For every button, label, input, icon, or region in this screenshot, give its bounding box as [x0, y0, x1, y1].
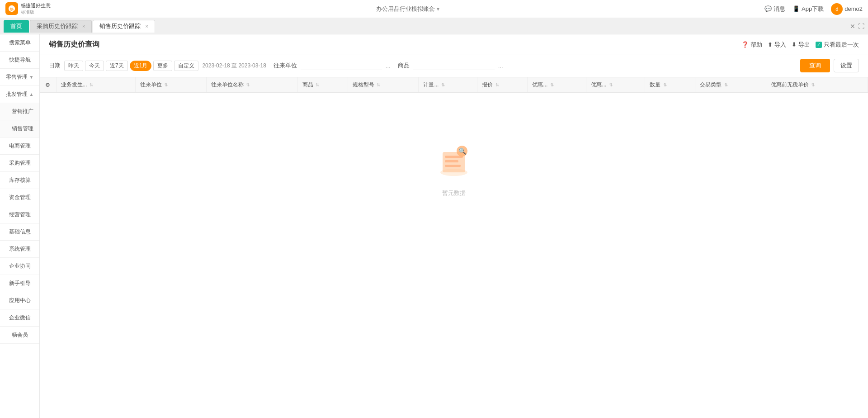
sort-icon-customer-code: ⇅ — [164, 82, 168, 87]
th-unit[interactable]: 计量... ⇅ — [419, 77, 477, 93]
th-biz-date[interactable]: 业务发生... ⇅ — [56, 77, 136, 93]
expand-btn[interactable]: ⛶ — [858, 23, 864, 30]
date-btn-custom[interactable]: 自定义 — [174, 61, 198, 71]
table-container: ⚙ 业务发生... ⇅ 往来单位 ⇅ 往来单位名称 ⇅ — [40, 77, 868, 418]
sidebar-item-purchase[interactable]: 采购管理 — [0, 155, 39, 172]
data-table: ⚙ 业务发生... ⇅ 往来单位 ⇅ 往来单位名称 ⇅ — [40, 77, 868, 93]
date-btn-more[interactable]: 更多 — [153, 61, 172, 71]
sidebar-item-weixin[interactable]: 企业微信 — [0, 309, 39, 327]
user-menu[interactable]: d demo2 — [831, 3, 863, 15]
sidebar-item-wholesale[interactable]: 批发管理 ▲ — [0, 86, 39, 103]
sidebar-item-member[interactable]: 畅会员 — [0, 327, 39, 344]
th-discount2[interactable]: 优惠... ⇅ — [586, 77, 645, 93]
empty-illustration: 🔍 — [431, 138, 476, 184]
sidebar-item-shortcuts[interactable]: 快捷导航 — [0, 52, 39, 69]
sidebar-item-operations[interactable]: 经营管理 — [0, 206, 39, 223]
th-price[interactable]: 报价 ⇅ — [477, 77, 528, 93]
svg-text:畅: 畅 — [10, 7, 14, 11]
logo-text: 畅捷通好生意 — [21, 2, 51, 9]
tab-purchase-history[interactable]: 采购历史价跟踪 × — [30, 20, 92, 33]
checkbox-icon — [816, 42, 822, 48]
sidebar-item-finance[interactable]: 资金管理 — [0, 189, 39, 206]
sidebar-item-sales-mgmt[interactable]: 销售管理 — [0, 120, 39, 138]
th-customer-code[interactable]: 往来单位 ⇅ — [136, 77, 207, 93]
table-header-row: ⚙ 业务发生... ⇅ 往来单位 ⇅ 往来单位名称 ⇅ — [40, 77, 868, 93]
th-qty[interactable]: 数量 ⇅ — [645, 77, 695, 93]
sidebar-wholesale-label: 批发管理 — [6, 90, 28, 98]
th-trade-type[interactable]: 交易类型 ⇅ — [695, 77, 766, 93]
sidebar-item-ecommerce[interactable]: 电商管理 — [0, 138, 39, 155]
tab-sales-history[interactable]: 销售历史价跟踪 × — [93, 20, 155, 33]
sidebar-shortcuts-label: 快捷导航 — [9, 57, 31, 63]
filter-bar: 日期 昨天 今天 近7天 近1月 更多 自定义 2023-02-18 至 202… — [40, 54, 868, 77]
sidebar-item-app-center[interactable]: 应用中心 — [0, 292, 39, 309]
product-filter: 商品 ... — [398, 61, 503, 70]
customer-input[interactable] — [301, 61, 382, 70]
customer-filter: 往来单位 ... — [274, 61, 391, 70]
export-icon: ⬇ — [792, 41, 797, 48]
th-product[interactable]: 商品 ⇅ — [297, 77, 348, 93]
tab-purchase-close[interactable]: × — [82, 24, 85, 29]
date-btn-7days[interactable]: 近7天 — [106, 61, 128, 71]
svg-rect-6 — [445, 165, 461, 167]
close-all-btn[interactable]: ✕ — [850, 23, 855, 30]
sidebar-item-retail[interactable]: 零售管理 ▼ — [0, 69, 39, 86]
sidebar-item-inventory[interactable]: 库存核算 — [0, 172, 39, 189]
product-dots: ... — [498, 62, 503, 69]
download-label: App下载 — [802, 5, 824, 13]
sort-icon-spec: ⇅ — [377, 82, 380, 87]
sidebar-item-guide[interactable]: 新手引导 — [0, 275, 39, 292]
query-button[interactable]: 查询 — [800, 59, 830, 72]
export-label: 导出 — [798, 41, 810, 49]
sidebar-item-collab[interactable]: 企业协同 — [0, 258, 39, 275]
sidebar-item-marketing[interactable]: 营销推广 — [0, 103, 39, 120]
product-input[interactable] — [413, 61, 495, 70]
th-customer-name[interactable]: 往来单位名称 ⇅ — [206, 77, 297, 93]
sort-icon-discount2: ⇅ — [609, 82, 613, 87]
tabbar: 首页 采购历史价跟踪 × 销售历史价跟踪 × ✕ ⛶ — [0, 18, 868, 34]
product-label: 商品 — [398, 62, 410, 70]
message-btn[interactable]: 💬 消息 — [764, 5, 785, 13]
topbar-right: 💬 消息 📱 App下载 d demo2 — [764, 3, 863, 15]
settings-button[interactable]: 设置 — [834, 59, 859, 72]
import-btn[interactable]: ⬆ 导入 — [768, 41, 786, 49]
help-btn[interactable]: ❓ 帮助 — [741, 41, 762, 49]
svg-rect-5 — [445, 160, 458, 162]
th-pre-discount-price[interactable]: 优惠前无税单价 ⇅ — [766, 77, 868, 93]
tab-home[interactable]: 首页 — [4, 20, 29, 33]
tab-sales-close[interactable]: × — [145, 24, 148, 29]
th-spec[interactable]: 规格型号 ⇅ — [348, 77, 419, 93]
tab-home-label: 首页 — [10, 22, 22, 30]
date-range-display: 2023-02-18 至 2023-03-18 — [202, 62, 266, 70]
tabbar-actions: ✕ ⛶ — [850, 23, 864, 30]
download-btn[interactable]: 📱 App下载 — [793, 5, 824, 13]
sidebar-item-system[interactable]: 系统管理 — [0, 241, 39, 258]
th-discount1[interactable]: 优惠... ⇅ — [528, 77, 586, 93]
sidebar-basic-info-label: 基础信息 — [9, 228, 31, 235]
workspace-name: 办公用品行业模拟账套 — [376, 5, 435, 13]
sidebar-item-search[interactable]: 搜索菜单 — [0, 34, 39, 52]
date-btn-yesterday[interactable]: 昨天 — [64, 61, 83, 71]
date-btn-today[interactable]: 今天 — [85, 61, 104, 71]
sidebar-item-basic-info[interactable]: 基础信息 — [0, 223, 39, 241]
export-btn[interactable]: ⬇ 导出 — [792, 41, 810, 49]
last-only-checkbox[interactable]: 只看最后一次 — [816, 41, 859, 49]
tab-sales-label: 销售历史价跟踪 — [99, 22, 141, 30]
date-btn-1month[interactable]: 近1月 — [130, 61, 152, 71]
wholesale-arrow: ▲ — [29, 92, 34, 97]
th-qty-label: 数量 — [650, 81, 660, 88]
workspace-dropdown[interactable]: ▾ — [437, 6, 439, 12]
sidebar-purchase-label: 采购管理 — [9, 160, 31, 166]
svg-text:🔍: 🔍 — [458, 147, 467, 155]
th-biz-date-label: 业务发生... — [61, 81, 87, 88]
page-actions: ❓ 帮助 ⬆ 导入 ⬇ 导出 只看最后一次 — [741, 41, 859, 49]
import-label: 导入 — [774, 41, 786, 49]
sidebar-sales-mgmt-label: 销售管理 — [12, 125, 33, 132]
th-pre-discount-price-label: 优惠前无税单价 — [771, 81, 809, 88]
sort-icon-trade-type: ⇅ — [724, 82, 728, 87]
gear-icon[interactable]: ⚙ — [45, 82, 50, 88]
content-area: 销售历史价查询 ❓ 帮助 ⬆ 导入 ⬇ 导出 只看最后一次 — [40, 34, 868, 418]
topbar: 畅 畅捷通好生意 标准版 办公用品行业模拟账套 ▾ 💬 消息 📱 App下载 d… — [0, 0, 868, 18]
sidebar-collab-label: 企业协同 — [9, 263, 31, 269]
last-only-label: 只看最后一次 — [824, 41, 859, 49]
